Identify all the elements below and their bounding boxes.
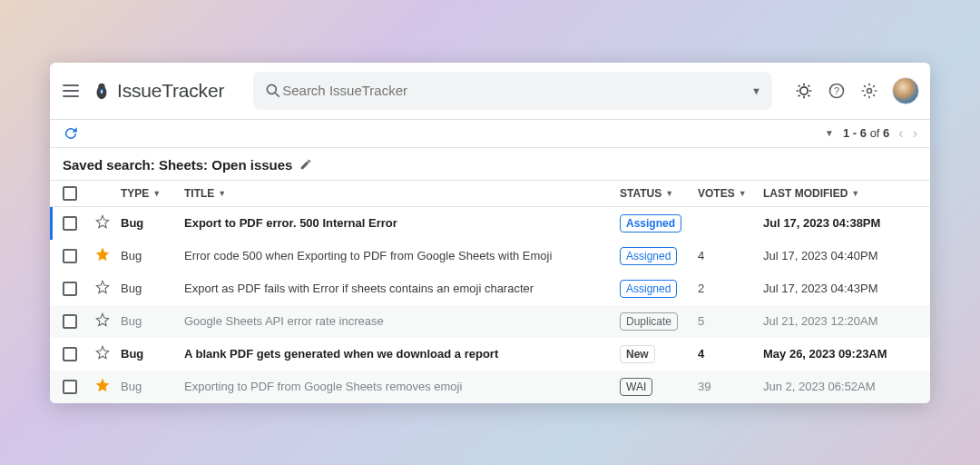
column-status[interactable]: STATUS▼ [620,187,698,200]
column-votes[interactable]: VOTES▼ [698,187,763,200]
column-last-modified[interactable]: LAST MODIFIED▼ [763,187,917,200]
svg-line-13 [799,94,800,96]
cell-title[interactable]: Export as PDF fails with Error if sheets… [184,282,620,295]
svg-point-6 [800,86,808,94]
column-type[interactable]: TYPE▼ [121,187,184,200]
cell-status: Assigned [620,247,698,265]
menu-icon[interactable] [61,81,81,101]
star-toggle[interactable] [95,280,121,297]
svg-line-11 [799,84,800,86]
prev-page-icon[interactable]: ‹ [898,125,903,142]
cell-last-modified: Jun 2, 2023 06:52AM [763,380,917,393]
star-toggle[interactable] [95,378,121,395]
table-row[interactable]: Bug A blank PDF gets generated when we d… [50,338,930,371]
star-toggle[interactable] [95,214,121,232]
cell-type: Bug [121,380,184,393]
table-row[interactable]: Bug Google Sheets API error rate increas… [50,305,930,338]
saved-search-label: Saved search: Sheets: Open issues [63,157,292,173]
pagination: ▼ 1 - 6 of 6 ‹ › [825,125,917,142]
table-rows: Bug Export to PDF error. 500 Internal Er… [50,207,930,403]
cell-type: Bug [121,347,184,361]
svg-point-4 [268,84,277,94]
next-page-icon[interactable]: › [913,125,917,142]
brightness-icon[interactable] [794,81,814,101]
cell-status: Assigned [620,214,698,232]
row-checkbox[interactable] [63,380,77,394]
search-icon [264,82,282,100]
svg-line-14 [808,84,810,86]
refresh-icon[interactable] [63,125,79,142]
table-header: TYPE▼ TITLE▼ STATUS▼ VOTES▼ LAST MODIFIE… [50,180,930,207]
app-title: IssueTracker [117,80,224,102]
search-input[interactable] [282,83,751,98]
pagination-text: 1 - 6 of 6 [843,126,889,140]
help-icon[interactable]: ? [827,81,847,101]
cell-votes: 5 [698,314,763,328]
row-checkbox[interactable] [63,347,77,361]
saved-search-heading: Saved search: Sheets: Open issues [50,148,930,180]
top-icons: ? [794,77,919,104]
table-row[interactable]: Bug Exporting to PDF from Google Sheets … [50,371,930,403]
cell-last-modified: Jul 17, 2023 04:40PM [763,249,917,262]
cell-last-modified: Jul 17, 2023 04:38PM [763,216,917,230]
avatar[interactable] [892,77,919,104]
cell-status: WAI [620,378,698,396]
cell-type: Bug [121,249,184,262]
table-row[interactable]: Bug Export to PDF error. 500 Internal Er… [50,207,930,240]
cell-votes: 39 [698,380,763,393]
star-toggle[interactable] [95,345,121,362]
star-toggle[interactable] [95,312,121,330]
cell-title[interactable]: Export to PDF error. 500 Internal Error [184,216,620,230]
column-title[interactable]: TITLE▼ [184,187,620,200]
svg-text:?: ? [834,85,839,96]
row-checkbox[interactable] [63,249,77,263]
top-bar: IssueTracker ▼ ? [50,63,930,120]
star-toggle[interactable] [95,247,121,264]
app-logo[interactable]: IssueTracker [92,80,224,102]
row-checkbox[interactable] [63,314,77,329]
svg-rect-3 [101,90,102,94]
row-checkbox[interactable] [63,282,77,296]
row-checkbox[interactable] [63,216,77,231]
select-all-checkbox[interactable] [63,186,77,201]
cell-votes: 4 [698,249,763,262]
cell-title[interactable]: Exporting to PDF from Google Sheets remo… [184,380,620,393]
cell-type: Bug [121,314,184,328]
cell-title[interactable]: Error code 500 when Exporting to PDF fro… [184,249,620,262]
cell-status: Duplicate [620,312,698,331]
cell-title[interactable]: A blank PDF gets generated when we downl… [184,347,620,361]
cell-type: Bug [121,282,184,295]
cell-votes: 2 [698,282,763,295]
toolbar: ▼ 1 - 6 of 6 ‹ › [50,120,930,148]
cell-status: Assigned [620,280,698,298]
cell-status: New [620,345,698,363]
cell-last-modified: May 26, 2023 09:23AM [763,347,917,361]
cell-type: Bug [121,216,184,230]
svg-point-17 [867,88,872,93]
page-menu-icon[interactable]: ▼ [825,128,834,138]
search-dropdown-icon[interactable]: ▼ [751,85,761,96]
edit-icon[interactable] [299,158,312,171]
gear-icon[interactable] [859,81,879,101]
issuetracker-window: IssueTracker ▼ ? ▼ [50,63,930,403]
bug-icon [92,81,112,101]
cell-last-modified: Jul 17, 2023 04:43PM [763,282,917,295]
table-row[interactable]: Bug Export as PDF fails with Error if sh… [50,272,930,305]
svg-line-5 [276,93,279,96]
svg-line-12 [808,94,810,96]
cell-last-modified: Jul 21, 2023 12:20AM [763,314,917,328]
cell-votes: 4 [698,347,763,361]
cell-title[interactable]: Google Sheets API error rate increase [184,314,620,328]
table-row[interactable]: Bug Error code 500 when Exporting to PDF… [50,240,930,272]
search-bar[interactable]: ▼ [253,72,772,110]
